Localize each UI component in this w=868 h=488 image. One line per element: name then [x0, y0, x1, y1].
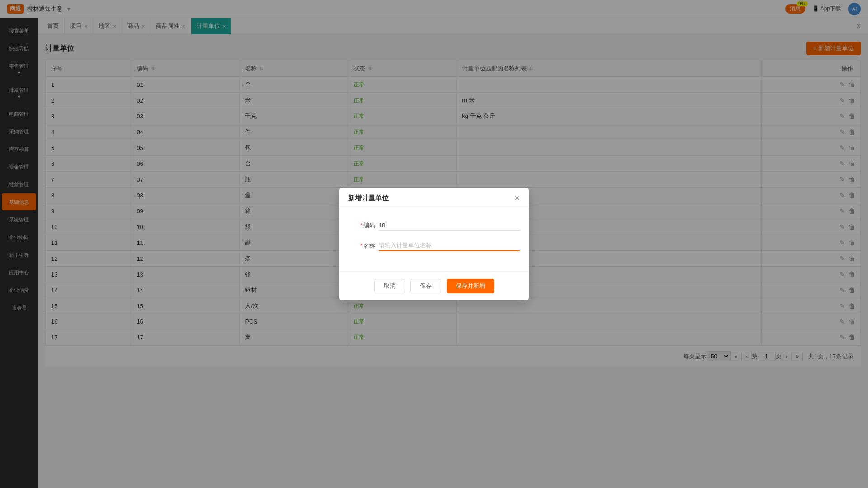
modal-close-button[interactable]: ✕	[514, 194, 520, 202]
form-name-input[interactable]	[379, 240, 520, 251]
form-code-input[interactable]	[379, 220, 520, 231]
form-row-code: *编码	[348, 220, 520, 231]
modal-header: 新增计量单位 ✕	[339, 188, 529, 209]
form-code-label: *编码	[348, 221, 375, 230]
modal-title: 新增计量单位	[348, 194, 389, 202]
modal-overlay: 新增计量单位 ✕ *编码 *名称 取消 保存 保存并新增	[0, 0, 868, 488]
add-unit-modal: 新增计量单位 ✕ *编码 *名称 取消 保存 保存并新增	[339, 188, 529, 300]
form-row-name: *名称	[348, 240, 520, 251]
cancel-button[interactable]: 取消	[374, 279, 405, 293]
save-and-new-button[interactable]: 保存并新增	[447, 279, 494, 293]
modal-footer: 取消 保存 保存并新增	[339, 271, 529, 300]
form-name-label: *名称	[348, 242, 375, 250]
save-button[interactable]: 保存	[410, 279, 441, 293]
modal-body: *编码 *名称	[339, 209, 529, 271]
